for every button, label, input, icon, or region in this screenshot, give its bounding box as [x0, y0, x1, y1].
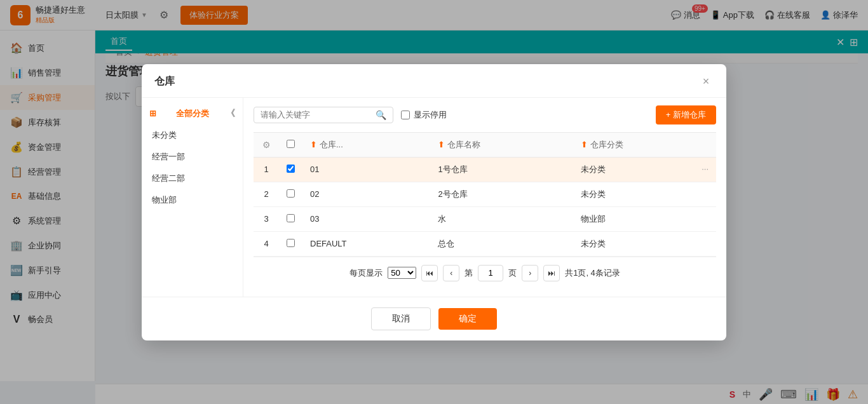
cell-row-num: 3: [254, 206, 279, 231]
table-body: 1 01 1号仓库 未分类··· 2 02 2号仓库 未分类 3 03 水 物业…: [254, 157, 716, 256]
category-item-dept1[interactable]: 经营一部: [142, 146, 243, 168]
per-page-label: 每页显示: [349, 267, 383, 279]
page-last-btn[interactable]: ⏭: [543, 265, 560, 281]
per-page-select[interactable]: 50 20 100: [388, 267, 416, 279]
page-label-prefix: 第: [465, 267, 473, 279]
th-checkbox: [279, 132, 302, 157]
modal-footer: 取消 确定: [142, 297, 726, 340]
search-input[interactable]: [261, 110, 372, 119]
cell-name: 水: [430, 206, 573, 231]
sort-code-icon: ⬆: [310, 140, 317, 149]
collapse-icon[interactable]: 《: [226, 108, 235, 119]
confirm-btn[interactable]: 确定: [438, 308, 497, 330]
category-grid-icon: ⊞: [149, 109, 156, 118]
search-box: 🔍: [254, 107, 393, 123]
cell-code: 01: [302, 157, 430, 182]
modal-header: 仓库 ×: [142, 64, 726, 98]
category-all-label: 全部分类: [176, 108, 209, 119]
category-item-dept2[interactable]: 经营二部: [142, 168, 243, 189]
cell-checkbox[interactable]: [279, 231, 302, 256]
category-all-header[interactable]: ⊞ 全部分类 《: [142, 103, 243, 125]
table-row[interactable]: 3 03 水 物业部: [254, 206, 716, 231]
modal-body: ⊞ 全部分类 《 未分类 经营一部 经营二部 物业部 🔍: [142, 98, 726, 297]
page-prev-btn[interactable]: ‹: [443, 265, 459, 281]
total-label: 共1页, 4条记录: [565, 267, 620, 279]
table-area: 🔍 显示停用 + 新增仓库 ⚙: [243, 98, 726, 297]
page-first-btn[interactable]: ⏮: [421, 265, 438, 281]
table-row[interactable]: 2 02 2号仓库 未分类: [254, 182, 716, 206]
sort-name-icon: ⬆: [438, 140, 445, 149]
cell-checkbox[interactable]: [279, 157, 302, 182]
modal-title: 仓库: [154, 75, 175, 88]
cell-category: 未分类: [573, 231, 716, 256]
category-sidebar: ⊞ 全部分类 《 未分类 经营一部 经营二部 物业部: [142, 98, 243, 297]
cell-name: 2号仓库: [430, 182, 573, 206]
page-next-btn[interactable]: ›: [522, 265, 538, 281]
show-disabled-label: 显示停用: [414, 109, 447, 121]
page-label-suffix: 页: [508, 267, 517, 279]
column-settings-icon[interactable]: ⚙: [262, 140, 271, 150]
row-more-icon[interactable]: ···: [702, 164, 709, 173]
table-toolbar: 🔍 显示停用 + 新增仓库: [254, 105, 716, 125]
cell-category: 物业部: [573, 206, 716, 231]
pagination: 每页显示 50 20 100 ⏮ ‹ 第 页 › ⏭ 共1页, 4条记录: [254, 257, 716, 289]
sort-category-icon: ⬆: [581, 140, 588, 149]
cell-row-num: 4: [254, 231, 279, 256]
cell-checkbox[interactable]: [279, 182, 302, 206]
show-disabled-area: 显示停用: [401, 109, 447, 121]
select-all-checkbox[interactable]: [287, 140, 295, 148]
table-header-row: ⚙ ⬆仓库... ⬆仓库名称: [254, 132, 716, 157]
cell-code: 02: [302, 182, 430, 206]
th-category: ⬆仓库分类: [573, 132, 716, 157]
cell-name: 总仓: [430, 231, 573, 256]
cell-code: DEFAULT: [302, 231, 430, 256]
modal-close-btn[interactable]: ×: [698, 74, 714, 90]
warehouse-modal: 仓库 × ⊞ 全部分类 《 未分类 经营一部 经营二部 物业部: [142, 64, 726, 340]
th-name: ⬆仓库名称: [430, 132, 573, 157]
cancel-btn[interactable]: 取消: [371, 307, 431, 330]
cell-code: 03: [302, 206, 430, 231]
table-row[interactable]: 1 01 1号仓库 未分类···: [254, 157, 716, 182]
category-item-unclassified[interactable]: 未分类: [142, 125, 243, 146]
cell-row-num: 2: [254, 182, 279, 206]
cell-category: 未分类: [573, 182, 716, 206]
th-gear: ⚙: [254, 132, 279, 157]
category-item-property[interactable]: 物业部: [142, 189, 243, 211]
th-code: ⬆仓库...: [302, 132, 430, 157]
table-row[interactable]: 4 DEFAULT 总仓 未分类: [254, 231, 716, 256]
cell-name: 1号仓库: [430, 157, 573, 182]
warehouse-table: ⚙ ⬆仓库... ⬆仓库名称: [254, 132, 716, 257]
modal-overlay: 仓库 × ⊞ 全部分类 《 未分类 经营一部 经营二部 物业部: [0, 0, 868, 404]
show-disabled-checkbox[interactable]: [401, 111, 410, 119]
cell-category: 未分类···: [573, 157, 716, 182]
cell-checkbox[interactable]: [279, 206, 302, 231]
cell-row-num: 1: [254, 157, 279, 182]
search-icon: 🔍: [376, 110, 386, 120]
current-page-input[interactable]: [478, 265, 503, 281]
add-warehouse-btn[interactable]: + 新增仓库: [656, 105, 716, 125]
